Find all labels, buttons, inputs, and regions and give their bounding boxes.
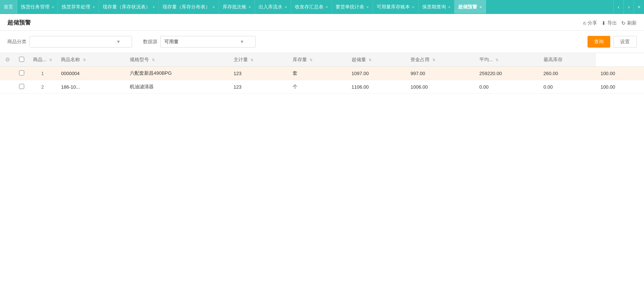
- top-nav: 首页 拣货任务管理 × 拣货异常处理 × 现存量（库存状况表） × 现存量（库存…: [0, 0, 644, 14]
- close-icon[interactable]: ×: [153, 5, 155, 9]
- nav-item-stock-status[interactable]: 现存量（库存状况表） ×: [99, 0, 159, 14]
- col-capital-label: 资金占用: [410, 57, 429, 62]
- sort-icon[interactable]: ⇅: [152, 58, 155, 62]
- nav-item-order-stats[interactable]: 要货单统计表 ×: [332, 0, 373, 14]
- nav-item-batch[interactable]: 库存批次账 ×: [219, 0, 255, 14]
- nav-item-expiry[interactable]: 保质期查询 ×: [418, 0, 454, 14]
- nav-item-summary[interactable]: 收发存汇总表 ×: [291, 0, 332, 14]
- sort-icon[interactable]: ⇅: [432, 58, 435, 62]
- col-max-stock-label: 最高库存: [544, 57, 563, 62]
- datasource-filter-group: 数据源 可用量 ▼: [143, 36, 256, 48]
- close-icon[interactable]: ×: [212, 5, 215, 9]
- row-stock: 1097.00: [347, 67, 406, 80]
- col-avg: 平均... ⇅: [475, 53, 539, 67]
- row-avg: 260.00: [539, 67, 596, 80]
- sort-icon[interactable]: ⇅: [310, 58, 312, 62]
- col-unit-label: 主计量: [234, 57, 248, 62]
- query-button[interactable]: 查询: [588, 36, 610, 48]
- chevron-down-icon: ▼: [240, 39, 244, 44]
- col-product-name: 商品名称 ⇅: [56, 53, 125, 67]
- row-spec: 123: [229, 80, 288, 94]
- category-select[interactable]: ▼: [29, 36, 132, 48]
- row-checkbox-cell: [15, 80, 29, 94]
- col-product-code-label: 商品...: [33, 57, 47, 62]
- nav-item-available[interactable]: 可用量库存账本 ×: [373, 0, 418, 14]
- sort-icon[interactable]: ⇅: [495, 58, 498, 62]
- row-product-name: 六配套新昌490BPG: [125, 67, 229, 80]
- category-label: 商品分类: [7, 38, 26, 45]
- row-product-name: 机油滤清器: [125, 80, 229, 94]
- row-checkbox[interactable]: [19, 84, 24, 89]
- page-header: 超储预警 ⎋ 分享 ⬇ 导出 ↻ 刷新: [0, 14, 644, 31]
- nav-item-home[interactable]: 首页: [0, 0, 17, 14]
- row-overstock: 997.00: [406, 67, 475, 80]
- sort-icon[interactable]: ⇅: [49, 58, 52, 62]
- row-checkbox[interactable]: [19, 70, 24, 75]
- col-avg-label: 平均...: [479, 57, 493, 62]
- close-icon[interactable]: ×: [92, 5, 95, 9]
- row-unit: 套: [288, 67, 347, 80]
- sort-icon[interactable]: ⇅: [250, 58, 253, 62]
- table-header-row: ⚙ 商品... ⇅ 商品名称 ⇅ 规格型号 ⇅: [0, 53, 644, 67]
- close-icon[interactable]: ×: [52, 5, 54, 9]
- select-all-checkbox[interactable]: [19, 57, 24, 62]
- nav-item-flow[interactable]: 出入库流水 ×: [255, 0, 291, 14]
- page-content: 超储预警 ⎋ 分享 ⬇ 导出 ↻ 刷新 商品分类 ▼ 数据源: [0, 14, 644, 293]
- table-row: 2 186-10... 机油滤清器 123 个 1106.00 1006.00 …: [0, 80, 644, 94]
- page-title: 超储预警: [7, 19, 31, 27]
- col-max-stock: 最高库存: [539, 53, 596, 67]
- header-actions: ⎋ 分享 ⬇ 导出 ↻ 刷新: [583, 20, 637, 26]
- nav-arrows: ‹ › ×: [613, 0, 644, 14]
- nav-item-stock-dist[interactable]: 现存量（库存分布表） ×: [159, 0, 219, 14]
- row-number: 2: [29, 80, 56, 94]
- col-overstock: 超储量 ⇅: [347, 53, 406, 67]
- close-icon[interactable]: ×: [285, 5, 287, 9]
- nav-item-exception[interactable]: 拣货异常处理 ×: [58, 0, 99, 14]
- share-icon: ⎋: [583, 20, 586, 26]
- gear-icon[interactable]: ⚙: [5, 56, 10, 63]
- datasource-select[interactable]: 可用量 ▼: [160, 36, 256, 48]
- col-spec-label: 规格型号: [130, 57, 149, 62]
- nav-prev-button[interactable]: ‹: [613, 0, 623, 14]
- gear-header: ⚙: [0, 53, 15, 67]
- close-icon[interactable]: ×: [479, 5, 482, 9]
- export-button[interactable]: ⬇ 导出: [601, 20, 617, 26]
- col-stock: 库存量 ⇅: [288, 53, 347, 67]
- row-capital: 259220.00: [475, 67, 539, 80]
- row-stock: 1106.00: [347, 80, 406, 94]
- close-icon[interactable]: ×: [326, 5, 328, 9]
- overstock-table: ⚙ 商品... ⇅ 商品名称 ⇅ 规格型号 ⇅: [0, 53, 644, 94]
- settings-button[interactable]: 设置: [613, 36, 637, 48]
- row-max-stock: 100.00: [596, 67, 644, 80]
- close-icon[interactable]: ×: [412, 5, 414, 9]
- col-product-code: 商品... ⇅: [29, 53, 56, 67]
- row-product-code: 186-10...: [56, 80, 125, 94]
- export-icon: ⬇: [601, 20, 606, 26]
- close-icon[interactable]: ×: [448, 5, 450, 9]
- col-overstock-label: 超储量: [352, 57, 366, 62]
- refresh-button[interactable]: ↻ 刷新: [621, 20, 637, 26]
- nav-next-button[interactable]: ›: [623, 0, 634, 14]
- close-icon[interactable]: ×: [366, 5, 369, 9]
- row-overstock: 1006.00: [406, 80, 475, 94]
- col-capital: 资金占用 ⇅: [406, 53, 475, 67]
- row-max-stock: 100.00: [596, 80, 644, 94]
- row-number: 1: [29, 67, 56, 80]
- col-unit: 主计量 ⇅: [229, 53, 288, 67]
- row-spec: 123: [229, 67, 288, 80]
- close-icon[interactable]: ×: [249, 5, 251, 9]
- checkbox-header: [15, 53, 29, 67]
- sort-icon[interactable]: ⇅: [369, 58, 372, 62]
- sort-icon[interactable]: ⇅: [83, 58, 86, 62]
- refresh-icon: ↻: [621, 20, 626, 26]
- nav-item-overstock[interactable]: 超储预警 ×: [454, 0, 486, 14]
- row-gear-cell: [0, 67, 15, 80]
- nav-item-task[interactable]: 拣货任务管理 ×: [17, 0, 58, 14]
- filter-actions: 查询 设置: [588, 36, 637, 48]
- datasource-label: 数据源: [143, 38, 157, 45]
- share-button[interactable]: ⎋ 分享: [583, 20, 597, 26]
- nav-close-button[interactable]: ×: [634, 0, 644, 14]
- col-product-name-label: 商品名称: [61, 57, 80, 62]
- row-gear-cell: [0, 80, 15, 94]
- table-container: ⚙ 商品... ⇅ 商品名称 ⇅ 规格型号 ⇅: [0, 53, 644, 101]
